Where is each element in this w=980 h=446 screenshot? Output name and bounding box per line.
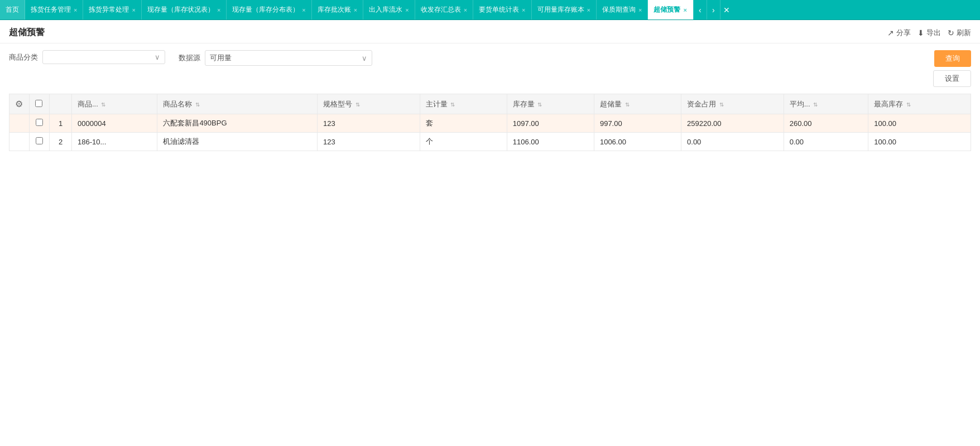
tab-close-overstock-warn[interactable]: × [683,7,686,13]
th-stock_qty[interactable]: 库存量 ⇅ [507,94,594,114]
th-spec[interactable]: 规格型号 ⇅ [317,94,420,114]
header-checkbox[interactable] [35,100,42,107]
sort-icon-max_stock: ⇅ [906,101,911,108]
page-content: 超储预警 ↗ 分享 ⬇ 导出 ↻ 刷新 商品分类 ∨ 数据源 [0,20,980,446]
sort-icon-stock_qty: ⇅ [537,101,542,108]
th-goods_name[interactable]: 商品名称 ⇅ [157,94,318,114]
cell-spec-1: 123 [317,133,420,151]
cell-num-1: 2 [50,133,72,151]
cell-checkbox-1[interactable] [30,133,50,151]
nav-arrow-left[interactable]: ‹ [693,0,707,20]
tab-close-stock-dist[interactable]: × [302,7,305,13]
row-checkbox-1[interactable] [36,137,43,144]
cell-settings-0 [9,114,30,133]
table-row: 2186-10...机油滤清器123个1106.001006.000.000.0… [9,133,971,151]
nav-tab-stock-dist[interactable]: 现存量（库存分布表） × [227,0,311,20]
nav-tab-home[interactable]: 首页 [0,0,25,20]
sort-icon-avg: ⇅ [813,101,818,108]
cell-unit-1: 个 [420,133,507,151]
cell-over_qty-0: 997.00 [594,114,681,133]
cell-goods_name-0: 六配套新昌490BPG [157,114,318,133]
nav-tab-abnormal[interactable]: 拣货异常处理 × [83,0,141,20]
page-header: 超储预警 ↗ 分享 ⬇ 导出 ↻ 刷新 [0,20,980,43]
filter-buttons: 查询 设置 [933,50,971,87]
cell-goods_name-1: 机油滤清器 [157,133,318,151]
cell-max_stock-1: 100.00 [868,133,971,151]
cell-max_stock-0: 100.00 [868,114,971,133]
nav-tab-in-out-flow[interactable]: 出入库流水 × [363,0,415,20]
category-chevron-icon: ∨ [155,53,160,61]
cell-avg-0: 260.00 [784,114,868,133]
datasource-label: 数据源 [179,53,200,63]
share-label: 分享 [896,28,911,38]
nav-tab-stock-status[interactable]: 现存量（库存状况表） × [142,0,227,20]
th-unit[interactable]: 主计量 ⇅ [420,94,507,114]
tab-close-available-stock[interactable]: × [587,7,590,13]
th-num [50,94,72,114]
query-button[interactable]: 查询 [934,50,971,67]
cell-goods_code-1: 186-10... [72,133,157,151]
th-checkbox[interactable] [30,94,50,114]
category-filter: 商品分类 ∨ [9,50,165,64]
nav-tab-expiry[interactable]: 保质期查询 × [597,0,648,20]
nav-tab-collect-send[interactable]: 收发存汇总表 × [415,0,473,20]
share-button[interactable]: ↗ 分享 [887,28,911,38]
settings-button[interactable]: 设置 [933,70,971,87]
page-title: 超储预警 [9,27,45,38]
export-button[interactable]: ⬇ 导出 [917,28,941,38]
category-select[interactable]: ∨ [42,50,165,64]
tab-close-stock-status[interactable]: × [217,7,220,13]
th-avg[interactable]: 平均... ⇅ [784,94,868,114]
th-max_stock[interactable]: 最高库存 ⇅ [868,94,971,114]
tab-close-task-mgmt[interactable]: × [74,7,77,13]
cell-unit-0: 套 [420,114,507,133]
cell-stock_qty-1: 1106.00 [507,133,594,151]
th-capital_used[interactable]: 资金占用 ⇅ [681,94,784,114]
table-wrap: ⚙商品... ⇅商品名称 ⇅规格型号 ⇅主计量 ⇅库存量 ⇅超储量 ⇅资金占用 … [0,94,980,151]
datasource-filter: 数据源 可用量 ∨ [179,50,372,66]
cell-avg-1: 0.00 [784,133,868,151]
cell-goods_code-0: 0000004 [72,114,157,133]
cell-capital_used-0: 259220.00 [681,114,784,133]
cell-num-0: 1 [50,114,72,133]
nav-tab-task-mgmt[interactable]: 拣货任务管理 × [25,0,83,20]
header-actions: ↗ 分享 ⬇ 导出 ↻ 刷新 [887,28,971,38]
tab-close-abnormal[interactable]: × [132,7,135,13]
sort-icon-over_qty: ⇅ [625,101,630,108]
refresh-button[interactable]: ↻ 刷新 [948,28,971,38]
top-nav: 首页拣货任务管理 ×拣货异常处理 ×现存量（库存状况表） ×现存量（库存分布表）… [0,0,980,20]
refresh-icon: ↻ [948,28,954,37]
datasource-chevron-icon: ∨ [362,54,367,62]
sort-icon-goods_code: ⇅ [101,101,105,108]
row-checkbox-0[interactable] [36,119,43,126]
nav-tab-order-stats[interactable]: 要货单统计表 × [473,0,531,20]
nav-tab-batch-account[interactable]: 库存批次账 × [312,0,363,20]
tab-close-expiry[interactable]: × [638,7,642,13]
datasource-select[interactable]: 可用量 ∨ [205,50,372,66]
cell-stock_qty-0: 1097.00 [507,114,594,133]
cell-over_qty-1: 1006.00 [594,133,681,151]
refresh-label: 刷新 [957,28,971,38]
sort-icon-capital_used: ⇅ [719,101,724,108]
th-goods_code[interactable]: 商品... ⇅ [72,94,157,114]
cell-settings-1 [9,133,30,151]
nav-arrow-right[interactable]: › [707,0,720,20]
tab-close-in-out-flow[interactable]: × [405,7,409,13]
nav-arrow-close[interactable]: ✕ [720,0,733,20]
tab-close-batch-account[interactable]: × [354,7,357,13]
export-label: 导出 [926,28,941,38]
sort-icon-unit: ⇅ [450,101,455,108]
export-icon: ⬇ [917,28,924,37]
data-table: ⚙商品... ⇅商品名称 ⇅规格型号 ⇅主计量 ⇅库存量 ⇅超储量 ⇅资金占用 … [9,94,971,151]
nav-tab-overstock-warn[interactable]: 超储预警 × [648,0,693,20]
gear-icon[interactable]: ⚙ [15,99,23,109]
sort-icon-spec: ⇅ [356,101,360,108]
th-over_qty[interactable]: 超储量 ⇅ [594,94,681,114]
th-settings[interactable]: ⚙ [9,94,30,114]
category-label: 商品分类 [9,52,38,62]
tab-close-order-stats[interactable]: × [522,7,525,13]
tab-close-collect-send[interactable]: × [464,7,467,13]
nav-tab-available-stock[interactable]: 可用量库存账本 × [532,0,597,20]
cell-checkbox-0[interactable] [30,114,50,133]
cell-capital_used-1: 0.00 [681,133,784,151]
